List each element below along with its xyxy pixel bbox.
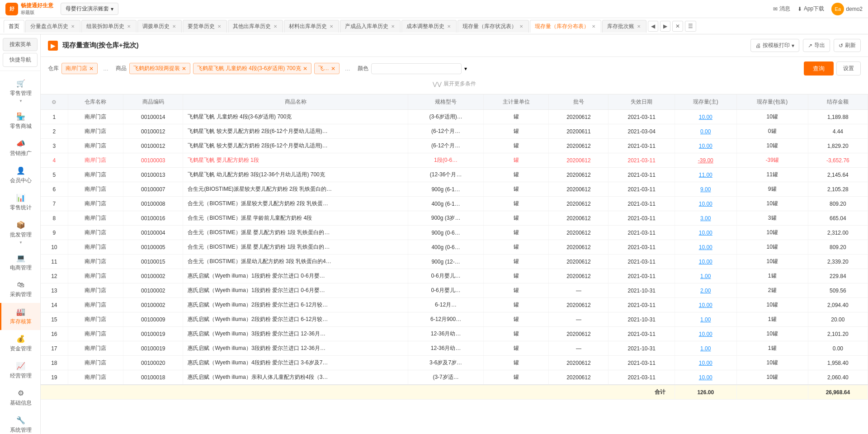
row-expire: 2021-03-11 — [609, 182, 675, 197]
tag-close-icon[interactable]: ✕ — [303, 66, 307, 72]
filter-more2-btn[interactable]: … — [342, 65, 353, 73]
user-area[interactable]: Ea demo2 — [831, 3, 863, 15]
goods-tag2[interactable]: 飞鹤星飞帆 儿童奶粉 4段(3-6岁适用) 700克 ✕ — [193, 63, 311, 74]
color-filter: 颜色 ▾ — [358, 63, 467, 74]
search-btn[interactable]: 查询 — [804, 61, 834, 75]
expand-filter-btn[interactable]: ▶ — [48, 41, 58, 51]
sidebar-item-member[interactable]: 👤 会员中心 — [0, 162, 40, 189]
col-settings[interactable]: ⚙ — [41, 94, 68, 110]
tab-prev-btn[interactable]: ◀ — [648, 21, 658, 32]
row-qty-main[interactable]: 11.00 — [675, 168, 736, 182]
row-qty-main[interactable]: 10.00 — [675, 370, 736, 385]
sidebar-item-inventory[interactable]: 🏭 库存核算 — [0, 303, 40, 330]
tab-transfer[interactable]: 调拨单历史 ✕ — [137, 20, 182, 33]
wholesale-icon: 📦 — [16, 221, 25, 229]
tab-pickup[interactable]: 要货单历史 ✕ — [183, 20, 227, 33]
expand-more-filter-btn[interactable]: ⋁⋁ 展开更多条件 — [48, 78, 861, 90]
template-print-btn[interactable]: 🖨 按模板打印 ▾ — [750, 39, 799, 52]
refresh-btn[interactable]: ↺ 刷新 — [834, 39, 861, 52]
tab-material-out[interactable]: 材料出库单历史 ✕ — [284, 20, 339, 33]
sidebar-item-purchase[interactable]: 🛍 采购管理 — [0, 276, 40, 303]
row-qty-main[interactable]: 10.00 — [675, 240, 736, 255]
row-qty-main[interactable]: 2.00 — [675, 283, 736, 298]
row-amount: 665.04 — [808, 211, 868, 226]
sidebar-item-ecommerce[interactable]: 💻 电商管理 — [0, 249, 40, 276]
tab-menu-btn[interactable]: ☰ — [685, 21, 696, 32]
tab-close-icon[interactable]: ✕ — [390, 24, 396, 29]
row-qty-main[interactable]: 1.00 — [675, 269, 736, 283]
app-download-btn[interactable]: ⬇ App下载 — [797, 5, 824, 13]
tab-close-icon[interactable]: ✕ — [519, 24, 524, 29]
tab-other-out[interactable]: 其他出库单历史 ✕ — [228, 20, 283, 33]
footer-total-qty: 126.00 — [675, 385, 736, 400]
tab-close-icon[interactable]: ✕ — [636, 24, 642, 29]
tab-stock-warehouse[interactable]: 现存量（库存状况表） ✕ — [458, 20, 529, 33]
tab-close-icon[interactable]: ✕ — [217, 24, 222, 29]
row-qty-main[interactable]: 10.00 — [675, 139, 736, 153]
member-icon: 👤 — [16, 166, 25, 175]
tab-stock-dist[interactable]: 现存量（库存分布表） ✕ — [530, 20, 601, 33]
row-warehouse: 南岸门店 — [68, 124, 123, 139]
row-qty-main[interactable]: 10.00 — [675, 226, 736, 240]
row-qty-main[interactable]: -39.00 — [675, 153, 736, 168]
tab-next-btn[interactable]: ▶ — [660, 21, 670, 32]
row-qty-main[interactable]: 9.00 — [675, 182, 736, 197]
row-qty-main[interactable]: 0.00 — [675, 124, 736, 139]
logo-icon: 好 — [5, 3, 18, 15]
row-qty-main[interactable]: 1.00 — [675, 341, 736, 356]
tab-home[interactable]: 首页 — [4, 20, 24, 33]
tab-disassemble[interactable]: 组装拆卸单历史 ✕ — [81, 20, 137, 33]
tag-close-icon[interactable]: ✕ — [89, 66, 94, 72]
sidebar-item-operations[interactable]: 📈 经营管理 — [0, 357, 40, 384]
color-input[interactable] — [371, 63, 462, 74]
tab-product-in[interactable]: 产成品入库单历史 ✕ — [340, 20, 401, 33]
sidebar-item-wholesale[interactable]: 📦 批发管理 ▼ — [0, 216, 40, 249]
tab-close-icon[interactable]: ✕ — [446, 24, 452, 29]
goods-tag3[interactable]: 飞… ✕ — [314, 63, 340, 74]
row-qty-main[interactable]: 10.00 — [675, 356, 736, 370]
table-row: 17 南岸门店 00100019 惠氏启赋（Wyeth illuma）3段奶粉 … — [41, 341, 868, 356]
sidebar-item-retail-stat[interactable]: 📊 零售统计 — [0, 189, 40, 216]
tab-cost-adjust[interactable]: 成本调整单历史 ✕ — [401, 20, 457, 33]
row-qty-main[interactable]: 10.00 — [675, 197, 736, 211]
sidebar-item-marketing[interactable]: 📣 营销推广 — [0, 135, 40, 162]
org-selector[interactable]: 母婴行业演示账套 ▾ — [61, 3, 118, 15]
tab-close-all-btn[interactable]: ✕ — [672, 21, 683, 32]
quick-nav-btn[interactable]: 快捷导航 — [3, 53, 38, 67]
row-amount: 2,105.28 — [808, 182, 868, 197]
row-no: 8 — [41, 211, 68, 226]
tab-batch-approve[interactable]: 库存批次账 ✕ — [602, 20, 646, 33]
sidebar-item-basic[interactable]: ⚙ 基础信息 — [0, 384, 40, 411]
tag-close-icon[interactable]: ✕ — [331, 66, 335, 72]
tab-close-icon[interactable]: ✕ — [591, 24, 596, 29]
table-row: 2 南岸门店 00100012 飞鹤星飞帆 较大婴儿配方奶粉 2段(6-12个月… — [41, 124, 868, 139]
row-qty-main[interactable]: 10.00 — [675, 110, 736, 124]
goods-tag1[interactable]: 飞鹤奶粉3段两提装 ✕ — [129, 63, 190, 74]
row-qty-main[interactable]: 10.00 — [675, 255, 736, 269]
set-btn[interactable]: 设置 — [836, 61, 861, 75]
row-qty-main[interactable]: 10.00 — [675, 298, 736, 312]
row-qty-main[interactable]: 3.00 — [675, 211, 736, 226]
tab-close-icon[interactable]: ✕ — [171, 24, 177, 29]
tab-close-icon[interactable]: ✕ — [126, 24, 132, 29]
filter-more-btn[interactable]: … — [100, 65, 111, 73]
tab-close-icon[interactable]: ✕ — [273, 24, 278, 29]
sidebar-item-retail-shop[interactable]: 🏪 零售商城 — [0, 108, 40, 135]
sidebar-item-retail[interactable]: 🛒 零售管理 ▼ — [0, 75, 40, 108]
export-btn[interactable]: ↗ 导出 — [803, 39, 830, 52]
row-qty-main[interactable]: 1.00 — [675, 312, 736, 327]
row-qty-main[interactable]: 10.00 — [675, 327, 736, 341]
tab-close-icon[interactable]: ✕ — [70, 24, 75, 29]
tab-split-check[interactable]: 分量盘点单历史 ✕ — [25, 20, 80, 33]
sidebar-item-system[interactable]: 🔧 系统管理 — [0, 411, 40, 434]
tab-close-icon[interactable]: ✕ — [329, 24, 334, 29]
message-btn[interactable]: ✉ 消息 — [773, 5, 790, 13]
sidebar-item-finance[interactable]: 💰 资金管理 — [0, 330, 40, 357]
tag-close-icon[interactable]: ✕ — [182, 66, 186, 72]
row-expire: 2021-03-11 — [609, 197, 675, 211]
warehouse-tag[interactable]: 南岸门店 ✕ — [61, 63, 98, 74]
table-header-row: ⚙ 仓库名称 商品编码 商品名称 规格型号 主计量单位 批号 失效日期 现存量(… — [41, 94, 868, 110]
search-single-btn[interactable]: 搜索英单 — [3, 38, 38, 51]
row-batch: 20200612 — [549, 269, 609, 283]
row-qty-pkg: 10罐 — [736, 197, 808, 211]
